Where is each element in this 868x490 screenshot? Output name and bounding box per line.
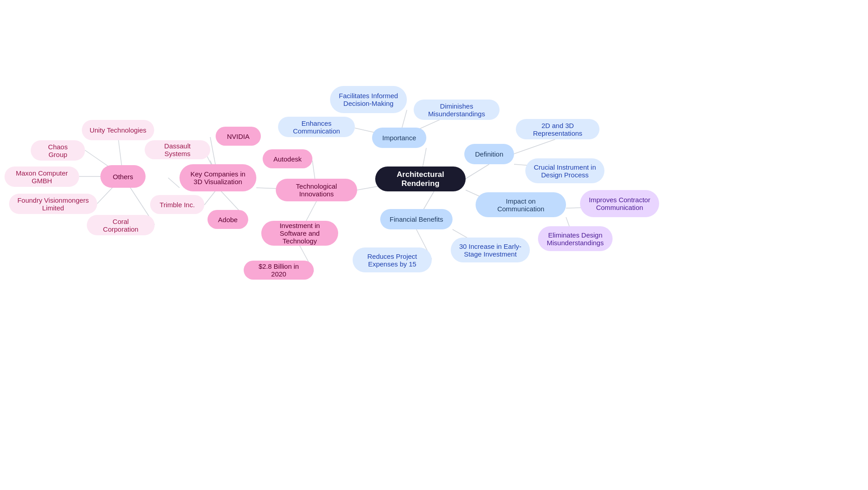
dassault-node: Dassault Systems [145,140,210,159]
svg-line-1 [466,164,489,179]
impact-comm-node: Impact on Communication [476,192,566,217]
tech-innovations-node: Technological Innovations [276,179,357,201]
improves-contractor-node: Improves Contractor Communication [580,190,659,217]
chaos-node: Chaos Group [31,140,85,161]
facilitates-node: Facilitates Informed Decision-Making [330,86,407,113]
trimble-node: Trimble Inc. [150,195,204,214]
investment-sw-node: Investment in Software and Technology [261,221,338,246]
financial-benefits-node: Financial Benefits [380,209,453,229]
key-companies-node: Key Companies in 3D Visualization [179,164,256,191]
crucial-node: Crucial Instrument in Design Process [525,158,604,183]
svg-line-23 [168,178,179,188]
unity-node: Unity Technologies [82,120,154,140]
center-node: Architectural Rendering [375,167,466,191]
others-node: Others [100,165,146,188]
increase-investment-node: 30 Increase in Early-Stage Investment [451,238,530,262]
diminishes-node: Diminishes Misunderstandings [414,100,500,120]
coral-node: Coral Corporation [87,215,155,235]
adobe-node: Adobe [208,210,248,229]
enhances-comm-node: Enhances Communication [278,117,355,137]
importance-node: Importance [372,128,426,148]
svg-line-9 [514,139,555,154]
eliminates-design-node: Eliminates Design Misunderstandings [538,226,613,251]
reduces-expenses-node: Reduces Project Expenses by 15 [353,247,432,272]
billion-node: $2.8 Billion in 2020 [244,261,314,280]
autodesk-node: Autodesk [263,149,312,168]
2d3d-node: 2D and 3D Representations [516,119,599,139]
foundry-node: Foundry Visionmongers Limited [9,194,97,214]
maxon-node: Maxon Computer GMBH [5,167,79,187]
nvidia-node: NVIDIA [216,127,261,146]
definition-node: Definition [464,144,514,164]
